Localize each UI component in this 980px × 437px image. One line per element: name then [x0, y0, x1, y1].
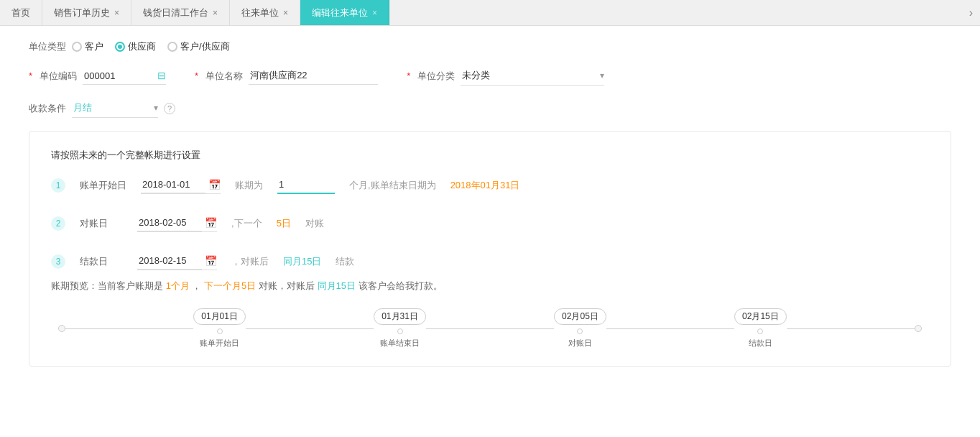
tab-cash-work-close[interactable]: ×: [213, 8, 218, 18]
timeline-node2-dot: [397, 328, 403, 334]
unit-class-group: * 单位分类 未分类 ▾: [407, 66, 604, 86]
radio-customer-circle: [72, 42, 82, 52]
timeline-node4-dot: [757, 328, 763, 334]
period-date-3: 📅: [137, 252, 217, 270]
radio-both-circle: [167, 42, 177, 52]
tab-bar: 首页 销售订单历史 × 钱货日清工作台 × 往来单位 × 编辑往来单位 × ›: [0, 0, 980, 26]
timeline-node3-label: 02月05日: [554, 308, 606, 325]
radio-supplier-circle: [115, 42, 125, 52]
timeline-seg-2: [246, 328, 374, 329]
payment-group: 收款条件 月结 ▾ ?: [29, 98, 175, 118]
radio-supplier[interactable]: 供应商: [115, 40, 156, 53]
period-label-3: 结款日: [80, 255, 123, 268]
help-icon[interactable]: ?: [164, 103, 175, 114]
timeline-node2-sublabel: 账单结束日: [380, 338, 420, 349]
tab-partner-unit-label: 往来单位: [241, 6, 279, 19]
period-date-input-3[interactable]: [137, 252, 202, 270]
timeline-node4-sublabel: 结款日: [749, 338, 772, 349]
period-label-2: 对账日: [80, 217, 123, 230]
timeline-node-1: 01月01日 账单开始日: [193, 308, 246, 349]
period-date-1: 📅: [141, 176, 221, 194]
timeline-node-3: 02月05日 对账日: [554, 308, 606, 349]
period-row-3: 3 结款日 📅 ，对账后 同月15日 结款: [51, 252, 929, 270]
main-content: 单位类型 客户 供应商 客户/供应商 * 单位编码: [0, 26, 980, 437]
unit-code-group: * 单位编码 ⊟: [29, 68, 166, 85]
radio-both[interactable]: 客户/供应商: [167, 40, 230, 53]
period-date-input-1[interactable]: [141, 176, 205, 193]
timeline-container: 01月01日 账单开始日 01月31日 账单结束日 02月05日 对账日: [51, 308, 929, 349]
timeline-node-2: 01月31日 账单结束日: [374, 308, 426, 349]
unit-code-label: 单位编码: [40, 70, 77, 83]
unit-code-copy-icon[interactable]: ⊟: [157, 70, 166, 81]
unit-code-star: *: [29, 70, 32, 81]
period-row-2: 2 对账日 📅 ,下一个 5日 对账: [51, 214, 929, 232]
unit-code-input[interactable]: [83, 68, 154, 84]
period-month-input[interactable]: [277, 176, 335, 194]
period-suffix-1: 账期为: [235, 179, 263, 192]
period-number-2: 2: [51, 216, 65, 231]
timeline-node1-label: 01月01日: [193, 308, 246, 325]
period-number-3: 3: [51, 254, 65, 269]
period-calendar-2[interactable]: 📅: [205, 217, 217, 229]
payment-label: 收款条件: [29, 102, 66, 115]
preview-prefix: 账期预览：当前客户账期是: [51, 280, 163, 291]
tab-more-button[interactable]: ›: [962, 0, 980, 25]
radio-customer-label: 客户: [85, 40, 103, 53]
timeline-end-dot: [915, 325, 922, 332]
unit-type-row: 单位类型 客户 供应商 客户/供应商: [29, 40, 951, 53]
payment-select[interactable]: 月结 ▾: [72, 98, 158, 118]
unit-name-label: 单位名称: [205, 70, 243, 83]
tab-edit-partner-label: 编辑往来单位: [312, 6, 368, 19]
unit-class-label: 单位分类: [417, 70, 455, 83]
timeline-node2-label: 01月31日: [374, 308, 426, 325]
tab-sales-history-label: 销售订单历史: [54, 6, 110, 19]
period-row3-prefix: ，对账后: [231, 255, 269, 268]
unit-class-select[interactable]: 未分类 ▾: [461, 66, 604, 86]
unit-name-group: * 单位名称: [195, 68, 378, 85]
timeline-node3-sublabel: 对账日: [568, 338, 592, 349]
period-calendar-3[interactable]: 📅: [205, 255, 217, 267]
timeline-seg-5: [787, 328, 915, 329]
preview-highlight3: 同月15日: [318, 280, 356, 291]
unit-class-star: *: [407, 70, 410, 81]
period-row-1: 1 账单开始日 📅 账期为 个月,账单结束日期为 2018年01月31日: [51, 176, 929, 194]
period-row3-suffix: 结款: [336, 255, 354, 268]
timeline-seg-3: [426, 328, 554, 329]
timeline-start-dot: [58, 325, 65, 332]
unit-class-value: 未分类: [461, 66, 597, 85]
period-box: 请按照未来的一个完整帐期进行设置 1 账单开始日 📅 账期为 个月,账单结束日期…: [29, 131, 951, 367]
period-end-date: 2018年01月31日: [450, 179, 520, 192]
payment-value: 月结: [72, 98, 151, 117]
tab-home-label: 首页: [11, 6, 30, 19]
period-date-input-2[interactable]: [137, 214, 202, 231]
tab-partner-unit-close[interactable]: ×: [283, 8, 288, 18]
preview-highlight2: 下一个月5日: [204, 280, 256, 291]
period-label-1: 账单开始日: [80, 179, 126, 192]
unit-info-row: * 单位编码 ⊟ * 单位名称 * 单位分类 未分类 ▾: [29, 66, 951, 86]
timeline-seg-4: [606, 328, 734, 329]
tab-edit-partner[interactable]: 编辑往来单位 ×: [300, 0, 389, 25]
tab-partner-unit[interactable]: 往来单位 ×: [230, 0, 300, 25]
timeline-node3-dot: [577, 328, 583, 334]
unit-type-label: 单位类型: [29, 40, 66, 53]
timeline-node-4: 02月15日 结款日: [734, 308, 787, 349]
unit-class-dropdown-icon: ▾: [600, 70, 604, 80]
preview-middle: 对账，对账后: [259, 280, 315, 291]
unit-code-input-wrap: ⊟: [83, 68, 166, 85]
radio-customer[interactable]: 客户: [72, 40, 103, 53]
preview-suffix: 该客户会给我打款。: [359, 280, 443, 291]
timeline-node4-label: 02月15日: [734, 308, 787, 325]
period-calendar-1[interactable]: 📅: [208, 179, 221, 190]
timeline-node1-sublabel: 账单开始日: [200, 338, 239, 349]
payment-row: 收款条件 月结 ▾ ?: [29, 98, 951, 118]
tab-home[interactable]: 首页: [0, 0, 42, 25]
tab-edit-partner-close[interactable]: ×: [372, 8, 377, 18]
tab-sales-history[interactable]: 销售订单历史 ×: [42, 0, 131, 25]
unit-name-star: *: [195, 70, 198, 81]
period-row3-highlight: 同月15日: [283, 255, 321, 268]
tab-cash-work[interactable]: 钱货日清工作台 ×: [131, 0, 230, 25]
unit-name-input[interactable]: [249, 68, 378, 85]
tab-sales-history-close[interactable]: ×: [114, 8, 119, 18]
preview-highlight1: 1个月: [166, 280, 190, 291]
period-month-suffix: 个月,账单结束日期为: [349, 179, 436, 192]
